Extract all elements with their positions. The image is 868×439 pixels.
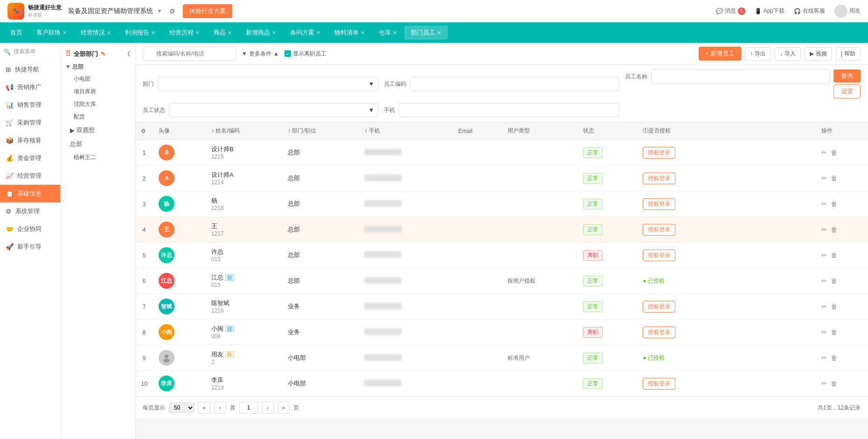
delete-icon[interactable]: 🗑 bbox=[831, 354, 837, 362]
page-number-input[interactable] bbox=[239, 402, 258, 414]
prev-page-button[interactable]: ‹ bbox=[214, 402, 226, 414]
sidebar-item-marketing[interactable]: 📢 营销推广 bbox=[0, 78, 60, 96]
dept-item-zhishu[interactable]: 植树王二 bbox=[61, 151, 135, 164]
edit-icon[interactable]: ✏ bbox=[821, 200, 827, 208]
edit-icon[interactable]: ✏ bbox=[821, 251, 827, 259]
view-button[interactable]: ▶ 视频 bbox=[805, 47, 832, 61]
import-button[interactable]: ↓ 导入 bbox=[775, 47, 801, 61]
more-filter-button[interactable]: ▼ 更多条件 ▲ bbox=[242, 50, 279, 58]
export-button[interactable]: ↑ 导出 bbox=[745, 47, 771, 61]
sidebar-item-finance[interactable]: 💰 资金管理 bbox=[0, 149, 60, 167]
close-icon[interactable]: ✕ bbox=[228, 30, 232, 36]
add-employee-button[interactable]: + 新增员工 bbox=[699, 47, 741, 61]
tab-bom[interactable]: 物料清单 ✕ bbox=[328, 26, 371, 40]
close-icon[interactable]: ✕ bbox=[361, 30, 365, 36]
sidebar-item-operation[interactable]: 📈 经营管理 bbox=[0, 167, 60, 185]
message-button[interactable]: 💬 消息 6 bbox=[716, 7, 745, 15]
search-input[interactable] bbox=[143, 47, 236, 61]
dept-item-project[interactable]: 项目库房 bbox=[61, 85, 135, 98]
delete-icon[interactable]: 🗑 bbox=[831, 380, 837, 387]
close-icon[interactable]: ✕ bbox=[151, 30, 155, 36]
sidebar-item-guide[interactable]: 🚀 新手引导 bbox=[0, 238, 60, 256]
delete-icon[interactable]: 🗑 bbox=[831, 277, 837, 285]
close-icon[interactable]: ✕ bbox=[107, 30, 111, 36]
auth-login-button[interactable]: 授权登录 bbox=[643, 224, 675, 236]
delete-icon[interactable]: 🗑 bbox=[831, 303, 837, 310]
edit-icon[interactable]: ✏ bbox=[821, 149, 827, 156]
emp-name-input[interactable] bbox=[651, 70, 830, 84]
emp-code-input[interactable] bbox=[410, 77, 619, 91]
delete-icon[interactable]: 🗑 bbox=[831, 149, 837, 156]
tab-operation[interactable]: 经营情况 ✕ bbox=[74, 26, 118, 40]
tab-history[interactable]: 经营历程 ✕ bbox=[163, 26, 206, 40]
tab-goods[interactable]: 商品 ✕ bbox=[207, 26, 238, 40]
col-dept[interactable]: ↕ 部门/职位 bbox=[282, 122, 359, 140]
phone-input[interactable] bbox=[399, 103, 619, 117]
sidebar-item-system[interactable]: ⚙ 系统管理 bbox=[0, 202, 60, 220]
dept-item-distribution[interactable]: 配货 bbox=[61, 111, 135, 123]
dropdown-arrow-icon[interactable]: ▼ bbox=[157, 8, 162, 14]
delete-icon[interactable]: 🗑 bbox=[831, 328, 837, 336]
delete-icon[interactable]: 🗑 bbox=[831, 226, 837, 233]
edit-icon[interactable]: ✏ bbox=[821, 226, 827, 233]
edit-icon[interactable]: ✏ bbox=[821, 354, 827, 362]
tab-customer[interactable]: 客户联络 ✕ bbox=[30, 26, 73, 40]
tab-department[interactable]: 部门员工 ✕ bbox=[404, 26, 448, 40]
sidebar-search[interactable]: 🔍 搜索菜单 bbox=[0, 43, 60, 61]
edit-icon[interactable]: ✏ bbox=[821, 380, 827, 387]
auth-login-button[interactable]: 授权登录 bbox=[643, 301, 675, 313]
search-button[interactable]: 查询 bbox=[833, 70, 861, 83]
close-icon[interactable]: ✕ bbox=[437, 30, 441, 36]
tab-new-goods[interactable]: 新增商品 ✕ bbox=[239, 26, 283, 40]
edit-icon[interactable]: ✏ bbox=[821, 328, 827, 336]
sidebar-item-purchase[interactable]: 🛒 采购管理 bbox=[0, 114, 60, 132]
auth-login-button[interactable]: 授权登录 bbox=[643, 327, 675, 338]
close-icon[interactable]: ✕ bbox=[272, 30, 276, 36]
dept-item-shenyang[interactable]: 沈阳大库 bbox=[61, 98, 135, 111]
auth-login-button[interactable]: 授权登录 bbox=[643, 250, 675, 261]
sidebar-item-sales[interactable]: 📊 销售管理 bbox=[0, 96, 60, 114]
dept-item-xiaodian[interactable]: 小电部 bbox=[61, 73, 135, 85]
next-page-button[interactable]: › bbox=[262, 402, 274, 414]
tab-home[interactable]: 首页 bbox=[4, 26, 29, 40]
online-service-button[interactable]: 🎧 在线客服 bbox=[794, 7, 825, 15]
tab-barcode[interactable]: 条码方案 ✕ bbox=[284, 26, 327, 40]
collapse-icon[interactable]: 《 bbox=[124, 50, 130, 58]
gear-icon[interactable]: ⚙ bbox=[166, 5, 179, 18]
edit-icon[interactable]: ✏ bbox=[821, 303, 827, 310]
dept-item-head2[interactable]: 总部 bbox=[61, 137, 135, 151]
delete-icon[interactable]: 🗑 bbox=[831, 251, 837, 259]
dept-select[interactable]: ▼ bbox=[158, 77, 378, 91]
set-button[interactable]: 设置 bbox=[833, 84, 861, 98]
sidebar-item-basic[interactable]: 📋 基础信息 bbox=[0, 185, 60, 202]
show-resigned-checkbox[interactable]: ✓ 显示离职员工 bbox=[285, 50, 326, 58]
col-phone[interactable]: ↕ 手机 bbox=[359, 122, 453, 140]
tab-profit[interactable]: 利润报告 ✕ bbox=[118, 26, 162, 40]
delete-icon[interactable]: 🗑 bbox=[831, 200, 837, 208]
dept-group-head[interactable]: ▼ 总部 bbox=[61, 61, 135, 73]
edit-icon[interactable]: ✏ bbox=[821, 277, 827, 285]
col-settings[interactable]: ⚙ bbox=[135, 122, 153, 140]
close-icon[interactable]: ✕ bbox=[62, 30, 67, 36]
last-page-button[interactable]: » bbox=[278, 402, 290, 414]
trial-button[interactable]: 体验行业方案 bbox=[183, 4, 232, 18]
tab-warehouse[interactable]: 仓库 ✕ bbox=[372, 26, 403, 40]
close-icon[interactable]: ✕ bbox=[195, 30, 200, 36]
app-download-button[interactable]: 📱 App下载 bbox=[755, 7, 785, 15]
delete-icon[interactable]: 🗑 bbox=[831, 174, 837, 182]
help-button[interactable]: | 帮助 bbox=[836, 47, 861, 61]
first-page-button[interactable]: « bbox=[198, 402, 210, 414]
page-size-select[interactable]: 50 20 100 bbox=[169, 403, 194, 413]
dept-item-shuang[interactable]: ▶ 双鹿想 bbox=[61, 123, 135, 137]
auth-login-button[interactable]: 授权登录 bbox=[643, 147, 675, 159]
auth-login-button[interactable]: 授权登录 bbox=[643, 378, 675, 390]
edit-icon[interactable]: ✎ bbox=[101, 51, 105, 57]
sidebar-item-collaboration[interactable]: 🤝 企业协同 bbox=[0, 220, 60, 238]
edit-icon[interactable]: ✏ bbox=[821, 174, 827, 182]
sidebar-item-shortcut[interactable]: ⊞ 快捷导航 bbox=[0, 61, 60, 78]
auth-login-button[interactable]: 授权登录 bbox=[643, 198, 675, 210]
col-name[interactable]: ↕ 姓名/编码 bbox=[206, 122, 282, 140]
sidebar-item-inventory[interactable]: 📦 库存核算 bbox=[0, 132, 60, 149]
user-menu[interactable]: 用友 bbox=[834, 5, 861, 18]
close-icon[interactable]: ✕ bbox=[393, 30, 397, 36]
